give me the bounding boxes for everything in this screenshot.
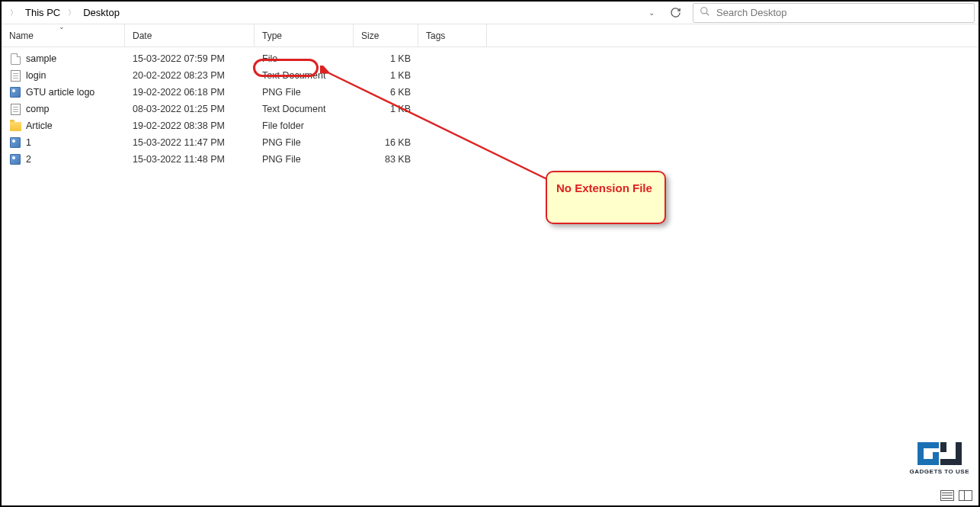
file-name: comp xyxy=(26,104,50,114)
search-placeholder: Search Desktop xyxy=(716,7,787,18)
file-type: PNG File xyxy=(255,137,354,148)
breadcrumb-desktop[interactable]: Desktop xyxy=(80,5,123,20)
large-icons-view-icon[interactable] xyxy=(959,490,972,501)
svg-line-1 xyxy=(706,13,709,16)
file-size: 1 KB xyxy=(354,70,418,81)
file-row[interactable]: 115-03-2022 11:47 PMPNG File16 KB xyxy=(2,134,978,151)
file-size: 83 KB xyxy=(354,154,418,165)
text-file-icon xyxy=(9,103,21,115)
watermark-text: GADGETS TO USE xyxy=(910,468,969,475)
file-row[interactable]: sample15-03-2022 07:59 PMFile1 KB xyxy=(2,50,978,67)
file-type: Text Document xyxy=(255,70,354,81)
file-row[interactable]: comp08-03-2022 01:25 PMText Document1 KB xyxy=(2,101,978,117)
column-size[interactable]: Size xyxy=(354,24,418,47)
file-name: sample xyxy=(26,53,56,64)
file-type: File xyxy=(255,53,354,64)
chevron-right-icon: 〉 xyxy=(68,8,75,18)
refresh-icon xyxy=(670,7,681,18)
file-date: 20-02-2022 08:23 PM xyxy=(125,70,255,81)
file-size: 16 KB xyxy=(354,137,418,148)
file-name: login xyxy=(26,70,46,81)
columns-header: Name ⌄ Date Type Size Tags xyxy=(2,24,978,47)
file-date: 19-02-2022 08:38 PM xyxy=(125,120,255,131)
status-bar-view-icons xyxy=(940,490,972,501)
file-date: 08-03-2022 01:25 PM xyxy=(125,104,255,114)
file-row[interactable]: login20-02-2022 08:23 PMText Document1 K… xyxy=(2,67,978,84)
chevron-down-icon[interactable]: ⌄ xyxy=(649,8,655,17)
annotation-callout: No Extension File xyxy=(546,171,666,224)
address-bar: 〉 This PC 〉 Desktop ⌄ Search Desktop xyxy=(2,2,978,24)
file-type: File folder xyxy=(255,120,354,131)
png-file-icon xyxy=(9,153,21,165)
file-type: PNG File xyxy=(255,154,354,165)
refresh-button[interactable] xyxy=(664,4,687,22)
file-size: 1 KB xyxy=(354,53,418,64)
folder-file-icon xyxy=(9,120,21,132)
file-row[interactable]: 215-03-2022 11:48 PMPNG File83 KB xyxy=(2,151,978,168)
file-name: 2 xyxy=(26,154,31,165)
svg-point-0 xyxy=(701,8,707,14)
png-file-icon xyxy=(9,136,21,149)
sort-indicator-icon: ⌄ xyxy=(59,23,65,30)
png-file-icon xyxy=(9,86,21,98)
text-file-icon xyxy=(9,69,21,82)
file-size: 1 KB xyxy=(354,104,418,114)
search-input[interactable]: Search Desktop xyxy=(693,3,975,23)
chevron-right-icon: 〉 xyxy=(10,8,18,18)
file-name: 1 xyxy=(26,137,31,148)
file-type: PNG File xyxy=(255,87,354,98)
details-view-icon[interactable] xyxy=(940,490,954,501)
file-type: Text Document xyxy=(255,104,354,114)
column-type[interactable]: Type xyxy=(255,24,354,47)
breadcrumb-this-pc[interactable]: This PC xyxy=(22,5,63,20)
file-date: 15-03-2022 11:47 PM xyxy=(125,137,255,148)
generic-file-icon xyxy=(9,53,21,65)
breadcrumb[interactable]: 〉 This PC 〉 Desktop ⌄ xyxy=(5,5,664,20)
file-date: 15-03-2022 07:59 PM xyxy=(125,53,255,64)
column-date[interactable]: Date xyxy=(125,24,255,47)
search-icon xyxy=(700,6,710,19)
column-name[interactable]: Name ⌄ xyxy=(2,24,125,47)
file-list: sample15-03-2022 07:59 PMFile1 KBlogin20… xyxy=(2,47,978,168)
file-name: GTU article logo xyxy=(26,87,94,98)
file-date: 15-03-2022 11:48 PM xyxy=(125,154,255,165)
watermark-logo: GADGETS TO USE xyxy=(910,442,969,475)
file-date: 19-02-2022 06:18 PM xyxy=(125,87,255,98)
file-size: 6 KB xyxy=(354,87,418,98)
file-row[interactable]: GTU article logo19-02-2022 06:18 PMPNG F… xyxy=(2,84,978,101)
column-tags[interactable]: Tags xyxy=(418,24,487,47)
file-name: Article xyxy=(26,120,53,131)
file-row[interactable]: Article19-02-2022 08:38 PMFile folder xyxy=(2,117,978,134)
